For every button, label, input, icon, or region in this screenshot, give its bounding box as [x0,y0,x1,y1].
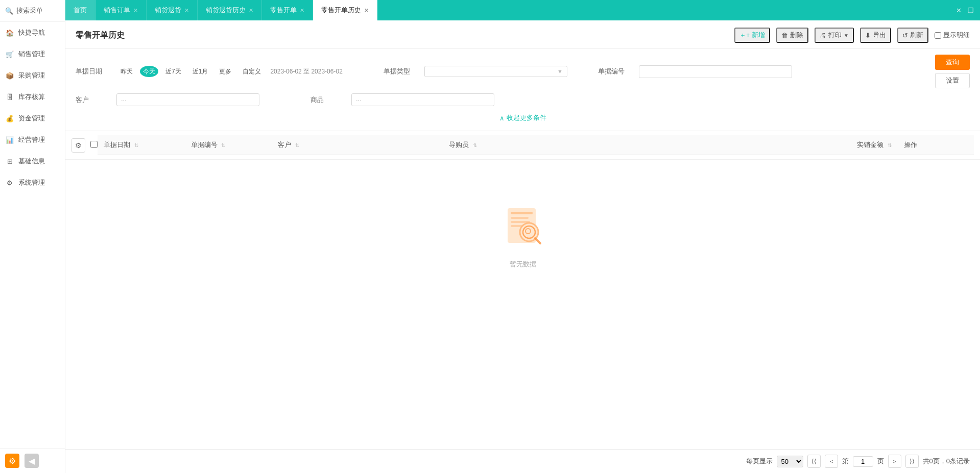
delete-icon: 🗑 [781,32,788,39]
order-type-label: 单据类型 [384,67,414,76]
display-cols-toggle[interactable]: 显示明细 [935,31,970,40]
tab-sales-return-history-label: 销货退货历史 [206,6,246,15]
display-cols-checkbox[interactable] [935,32,941,39]
chart-icon: 📊 [5,135,14,144]
order-no-input[interactable] [639,65,792,78]
sort-date-icon[interactable]: ⇅ [134,142,138,148]
date-btn-today[interactable]: 今天 [140,66,158,77]
order-no-label: 单据编号 [598,67,629,76]
sidebar-item-operations[interactable]: 📊 经营管理 [0,129,65,151]
main-content: 首页 销售订单 ✕ 销货退货 ✕ 销货退货历史 ✕ 零售开单 ✕ 零售开单历史 … [65,0,980,473]
page-unit: 页 [877,457,884,466]
page-title: 零售开单历史 [76,30,125,41]
tab-sales-order-close[interactable]: ✕ [133,7,138,14]
export-icon: ⬇ [865,32,871,39]
sort-order-icon[interactable]: ⇅ [221,142,225,148]
sidebar-label-sys-mgmt: 系统管理 [18,178,45,187]
prev-page-btn[interactable]: ＜ [825,455,838,468]
svg-line-7 [535,238,540,243]
date-btn-yesterday[interactable]: 昨天 [116,66,137,77]
tab-home[interactable]: 首页 [65,0,95,20]
col-guide: 导购员 ⇅ [443,135,517,155]
sidebar-search[interactable]: 🔍 搜索采单 [0,0,65,22]
sidebar-label-inventory: 库存核算 [18,92,45,102]
sidebar-label-purchase-mgmt: 采购管理 [18,71,45,80]
sidebar-collapse-btn[interactable]: ◀ [25,454,39,468]
tab-retail-open[interactable]: 零售开单 ✕ [262,0,313,20]
print-button[interactable]: 🖨 打印 ▼ [815,28,854,43]
last-page-btn[interactable]: ⟩⟩ [905,455,919,468]
setting-button[interactable]: 设置 [935,73,970,88]
empty-icon [497,201,548,252]
sidebar-item-inventory[interactable]: 🗄 库存核算 [0,86,65,108]
display-cols-label: 显示明细 [943,31,970,40]
tab-sales-order-label: 销售订单 [104,6,130,15]
sort-customer-icon[interactable]: ⇅ [295,142,299,148]
tabbar-right: ✕ ❐ [956,7,980,14]
select-all-checkbox[interactable] [90,141,98,148]
dropdown-icon: ▼ [557,68,563,74]
tab-home-label: 首页 [74,6,87,15]
collapse-label: 收起更多条件 [507,113,546,122]
sidebar-bottom: ⚙ ◀ [0,448,65,473]
first-page-btn[interactable]: ⟨⟨ [807,455,821,468]
col-amount: 实销金额 ⇅ [518,135,898,155]
window-restore-btn[interactable]: ❐ [968,7,974,14]
tab-sales-return[interactable]: 销货退货 ✕ [147,0,198,20]
query-button[interactable]: 查询 [935,55,970,70]
empty-text: 暂无数据 [510,260,536,269]
home-icon: 🏠 [5,28,14,37]
gear-icon: ⚙ [9,456,16,466]
order-type-select[interactable]: ▼ [424,66,567,77]
col-date: 单据日期 ⇅ [98,135,185,155]
tab-retail-open-history-close[interactable]: ✕ [364,7,369,14]
refresh-button[interactable]: ↺ 刷新 [897,28,928,43]
tab-retail-open-history[interactable]: 零售开单历史 ✕ [313,0,377,20]
customer-input[interactable]: ··· [116,93,259,106]
tab-sales-return-history[interactable]: 销货退货历史 ✕ [198,0,262,20]
sidebar-item-purchase-mgmt[interactable]: 📦 采购管理 [0,65,65,86]
sort-guide-icon[interactable]: ⇅ [473,142,477,148]
sidebar-item-sys-mgmt[interactable]: ⚙ 系统管理 [0,172,65,193]
page-label: 第 [842,457,849,466]
total-text: 共0页，0条记录 [923,457,970,466]
product-input[interactable]: ··· [351,93,494,106]
select-all-area [90,141,98,150]
next-page-btn[interactable]: ＞ [888,455,901,468]
column-settings-btn[interactable]: ⚙ [71,138,85,153]
window-close-btn[interactable]: ✕ [956,7,962,14]
per-page-select[interactable]: 50 10 20 100 [777,456,803,467]
grid-icon: ⊞ [5,157,14,166]
refresh-icon: ↺ [902,32,908,39]
chevron-up-icon: ∧ [499,114,505,122]
tab-sales-return-close[interactable]: ✕ [184,7,189,14]
sidebar-item-basic-info[interactable]: ⊞ 基础信息 [0,151,65,172]
per-page-label: 每页显示 [746,457,773,466]
sort-amount-icon[interactable]: ⇅ [888,142,892,148]
print-icon: 🖨 [820,32,826,39]
sidebar-item-finance[interactable]: 💰 资金管理 [0,108,65,129]
settings-icon: ⚙ [5,178,14,187]
sidebar-item-sales-mgmt[interactable]: 🛒 销售管理 [0,43,65,65]
date-btn-custom[interactable]: 自定义 [238,66,265,77]
date-btn-1month[interactable]: 近1月 [188,66,212,77]
query-setting-area: 查询 设置 [935,55,970,88]
tab-retail-open-close[interactable]: ✕ [300,7,304,14]
tab-sales-return-history-close[interactable]: ✕ [249,7,253,14]
tab-sales-order[interactable]: 销售订单 ✕ [95,0,147,20]
sidebar-label-operations: 经营管理 [18,135,45,144]
date-btn-7days[interactable]: 近7天 [161,66,185,77]
customer-label: 客户 [76,95,106,105]
collapse-more-btn[interactable]: ∧ 收起更多条件 [76,111,970,125]
sidebar: 🔍 搜索采单 🏠 快捷导航 🛒 销售管理 📦 采购管理 🗄 库存核算 💰 资金管… [0,0,65,473]
page-number-input[interactable] [853,456,873,467]
svg-rect-1 [511,212,533,214]
col-action: 操作 [898,135,974,155]
sidebar-item-quick-nav[interactable]: 🏠 快捷导航 [0,22,65,43]
sidebar-settings-btn[interactable]: ⚙ [5,454,19,468]
date-btn-more[interactable]: 更多 [215,66,235,77]
delete-button[interactable]: 🗑 删除 [776,28,808,43]
export-button[interactable]: ⬇ 导出 [860,28,891,43]
add-icon: ＋ [739,31,746,40]
add-button[interactable]: ＋ + 新增 [734,28,770,43]
